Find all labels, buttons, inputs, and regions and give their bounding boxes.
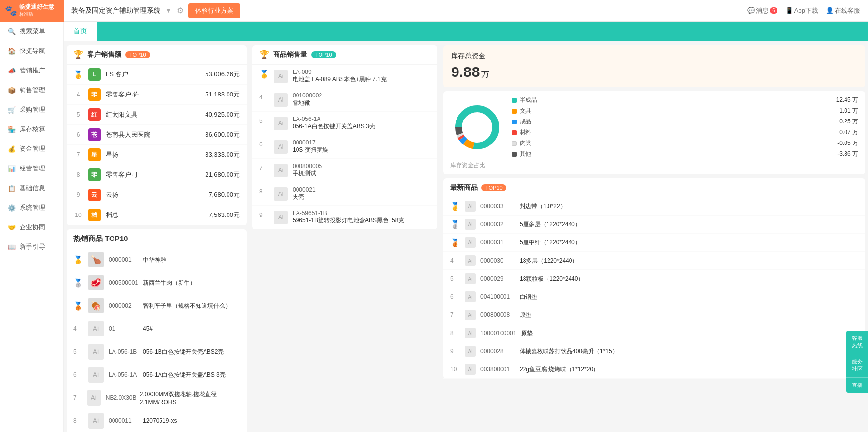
hot-prod-row[interactable]: 6 Ai LA-056-1A 056-1A白色按键开关盖ABS 3壳: [67, 363, 247, 386]
logo-sub: 标准版: [19, 11, 54, 18]
prod-img-sm: Ai: [274, 187, 288, 201]
inventory-amount: 9.88: [451, 64, 480, 80]
customer-row[interactable]: 5 红 红太阳文具 40,925.00元: [67, 105, 247, 125]
phone-icon: 📱: [785, 7, 793, 14]
sidebar-item-guide[interactable]: 📖 新手引导: [0, 237, 63, 257]
sidebar-item-collab[interactable]: 🤝 企业协同: [0, 217, 63, 237]
logo-icon: 🐾: [5, 5, 17, 17]
guide-icon: 📖: [8, 243, 16, 251]
search-icon: 🔍: [8, 28, 16, 35]
top10-badge: TOP10: [125, 51, 150, 58]
sidebar-item-marketing[interactable]: 📣 营销推广: [0, 61, 63, 80]
trophy-icon: 🏆: [259, 50, 269, 59]
hot-prod-row[interactable]: 🥉 🍖 0000002 智利车子里（规格不知道填什么）: [67, 294, 247, 317]
prod-img-sm: Ai: [274, 70, 288, 83]
new-prod-row[interactable]: 🥈 Ai 0000032 5厘多层（1220*2440）: [443, 216, 865, 234]
hot-products-title: 热销商品 TOP10: [73, 234, 128, 242]
customer-row[interactable]: 9 云 云扬 7,680.00元: [67, 185, 247, 205]
prod-img-sm: Ai: [274, 164, 288, 177]
hot-prod-row[interactable]: 🥇 🍗 0000001 中华神雕: [67, 248, 247, 271]
prod-img-placeholder: Ai: [88, 367, 104, 383]
new-prod-row[interactable]: 9 Ai 0000028 体械嘉枚味苏打饮品400毫升（1*15）: [443, 342, 865, 360]
prod-img-placeholder: Ai: [87, 390, 101, 406]
product-sales-card: 🏆 商品销售量 TOP10 🥇 Ai LA-089 电池盖 LA-089 ABS…: [252, 45, 437, 229]
basic-icon: 📋: [8, 185, 16, 192]
hot-prod-row[interactable]: 8 Ai 0000011 12070519-xs: [67, 409, 247, 432]
marketing-icon: 📣: [8, 67, 16, 74]
nav-home[interactable]: 首页: [64, 22, 97, 41]
prod-img-sm: Ai: [274, 93, 288, 107]
sidebar-item-system[interactable]: ⚙️ 系统管理: [0, 198, 63, 217]
trial-button[interactable]: 体验行业方案: [188, 3, 240, 18]
app-btn[interactable]: 📱 App下载: [785, 6, 818, 15]
prod-sale-row[interactable]: 9 Ai LA-59651-1B 59651-1B旋转投影灯电池盒ABS黑色+5…: [252, 206, 437, 229]
cs-hotline-btn[interactable]: 客服热线: [846, 331, 868, 354]
sidebar-item-sales[interactable]: 📦 销售管理: [0, 80, 63, 100]
hot-prod-row[interactable]: 🥈 🥩 000500001 新西兰牛肉（新牛）: [67, 271, 247, 294]
new-prod-row[interactable]: 10 Ai 003800001 22g鱼豆腐·烧烤味（1*12*20）: [443, 360, 865, 379]
prod-sale-row[interactable]: 🥇 Ai LA-089 电池盖 LA-089 ABS本色+黑种 7.1克: [252, 65, 437, 88]
prod-img-sm: Ai: [274, 117, 288, 130]
inventory-icon: 🏪: [8, 126, 16, 133]
sidebar-item-finance[interactable]: 💰 资金管理: [0, 139, 63, 159]
legend-item: 成品 0.25 万: [512, 118, 858, 126]
customer-row[interactable]: 10 档 档总 7,563.00元: [67, 205, 247, 225]
new-prod-row[interactable]: 🥇 Ai 0000033 封边带（1.0*22）: [443, 197, 865, 216]
new-prod-row[interactable]: 8 Ai 10000100001 原垫: [443, 324, 865, 342]
prod-sale-row[interactable]: 7 Ai 000800005 手机测试: [252, 159, 437, 182]
hot-prod-row[interactable]: 5 Ai LA-056-1B 056-1B白色按键开关壳ABS2壳: [67, 340, 247, 363]
msg-icon: 💬: [747, 7, 755, 14]
prod-img-placeholder: Ai: [88, 413, 104, 429]
prod-sale-row[interactable]: 8 Ai 0000021 夹壳: [252, 182, 437, 206]
cs-community-btn[interactable]: 服务社区: [846, 354, 868, 378]
prod-img-placeholder: Ai: [88, 344, 104, 360]
legend-item: 肉类 -0.05 万: [512, 139, 858, 147]
dropdown-icon[interactable]: ▼: [165, 7, 172, 14]
legend-item: 半成品 12.45 万: [512, 96, 858, 104]
hot-products-card: 热销商品 TOP10 🥇 🍗 0000001 中华神雕 🥈 🥩: [67, 229, 247, 432]
sidebar-item-basic[interactable]: 📋 基础信息: [0, 178, 63, 198]
system-icon: ⚙️: [8, 204, 16, 212]
gear-icon[interactable]: ⚙: [177, 6, 183, 15]
sidebar-item-search[interactable]: 🔍 搜索菜单: [0, 22, 63, 41]
customer-row[interactable]: 🥇 L LS 客户 53,006.26元: [67, 65, 247, 85]
inv-subtitle: 库存资金占比: [450, 158, 858, 169]
new-prod-row[interactable]: 🥉 Ai 0000031 5厘中纤（1220*2440）: [443, 234, 865, 252]
new-products-title: 最新商品: [450, 183, 478, 192]
customer-row[interactable]: 7 星 星扬 33,333.00元: [67, 145, 247, 165]
msg-btn[interactable]: 💬 消息 6: [747, 6, 777, 15]
purchase-icon: 🛒: [8, 106, 16, 114]
logo-area: 🐾 畅捷通好生意 标准版: [0, 0, 64, 22]
prod-sale-row[interactable]: 6 Ai 0000017 10S 变扭罗旋: [252, 135, 437, 159]
prod-img-placeholder: 🥩: [88, 275, 104, 290]
sidebar-item-inventory[interactable]: 🏪 库存核算: [0, 120, 63, 139]
service-btn[interactable]: 👤 在线客服: [826, 6, 860, 15]
hot-prod-row[interactable]: 4 Ai 01 45#: [67, 317, 247, 340]
customer-row[interactable]: 6 苍 苍南县人民医院 36,600.00元: [67, 125, 247, 145]
prod-sale-row[interactable]: 4 Ai 001000002 雪地靴: [252, 88, 437, 112]
new-prod-row[interactable]: 6 Ai 004100001 白钢垫: [443, 288, 865, 306]
sales-icon: 📦: [8, 87, 16, 94]
inventory-title: 库存总资金: [451, 52, 857, 61]
prod-sale-row[interactable]: 5 Ai LA-056-1A 056-1A白色按键开关盖ABS 3壳: [252, 112, 437, 135]
new-products-card: 最新商品 TOP10 🥇 Ai 0000033 封边带（1.0*22） 🥈 Ai…: [443, 178, 865, 379]
new-prod-row[interactable]: 7 Ai 000800008 原垫: [443, 306, 865, 324]
sidebar-item-purchase[interactable]: 🛒 采购管理: [0, 100, 63, 120]
sidebar-item-nav[interactable]: 🏠 快捷导航: [0, 41, 63, 61]
new-prod-row[interactable]: 5 Ai 0000029 18颗粒板（1220*2440）: [443, 270, 865, 288]
new-prod-row[interactable]: 4 Ai 0000030 18多层（1220*2440）: [443, 252, 865, 270]
customer-top10-title: 客户销售额: [87, 50, 121, 59]
customer-row[interactable]: 8 零 零售客户·于 21,680.00元: [67, 165, 247, 185]
customer-row[interactable]: 4 零 零售客户·许 51,183.00元: [67, 85, 247, 105]
home-icon: 🏠: [8, 48, 16, 55]
finance-icon: 💰: [8, 145, 16, 153]
collab-icon: 🤝: [8, 224, 16, 231]
sidebar-item-operations[interactable]: 📊 经营管理: [0, 159, 63, 178]
prod-img-placeholder: 🍗: [88, 252, 104, 267]
legend-item: 其他 -3.86 万: [512, 150, 858, 158]
inventory-chart-card: 半成品 12.45 万 文具 1.01 万 成品 0.25 万: [443, 91, 865, 174]
hot-prod-row[interactable]: 7 Ai NB2.0X30B 2.0X30MM双搓花轴.搓花直径2.1MM/RO…: [67, 386, 247, 409]
ops-icon: 📊: [8, 165, 16, 172]
cs-live-btn[interactable]: 直播: [846, 378, 868, 393]
legend-item: 文具 1.01 万: [512, 107, 858, 115]
